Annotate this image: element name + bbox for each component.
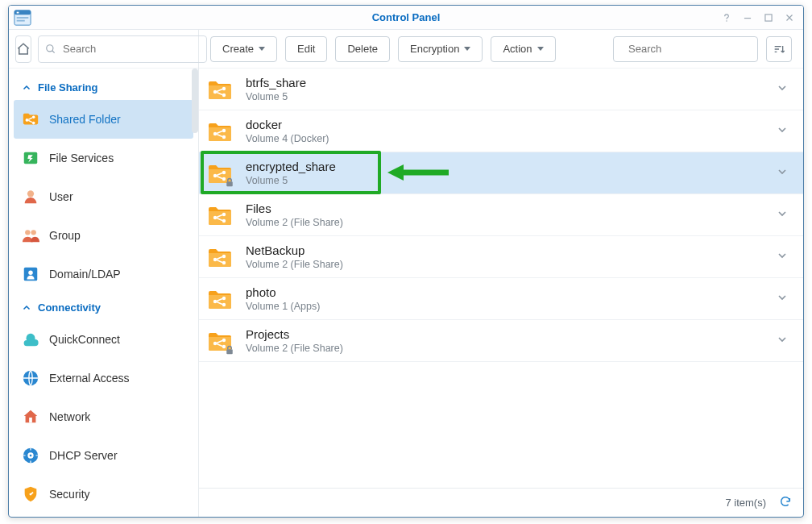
- help-button[interactable]: [716, 6, 737, 30]
- encryption-button[interactable]: Encryption: [398, 36, 483, 62]
- encryption-label: Encryption: [410, 43, 459, 55]
- sidebar-search-input[interactable]: [61, 42, 200, 56]
- shared-folder-list: btrfs_shareVolume 5dockerVolume 4 (Docke…: [199, 69, 803, 488]
- chevron-up-icon: [22, 83, 31, 93]
- svg-point-17: [28, 270, 33, 275]
- close-button[interactable]: [779, 6, 800, 30]
- sidebar-item-label: User: [49, 190, 73, 203]
- row-texts: dockerVolume 4 (Docker): [246, 118, 776, 144]
- sidebar-item-quickconnect[interactable]: QuickConnect: [9, 320, 198, 359]
- svg-rect-6: [744, 18, 751, 19]
- svg-point-33: [213, 215, 217, 218]
- svg-rect-3: [17, 17, 29, 19]
- expand-row-button[interactable]: [776, 249, 789, 264]
- action-button[interactable]: Action: [491, 36, 555, 62]
- svg-point-9: [26, 119, 29, 122]
- svg-point-41: [222, 302, 226, 306]
- sidebar-scrollbar[interactable]: [192, 69, 198, 133]
- delete-label: Delete: [347, 43, 378, 55]
- expand-row-button[interactable]: [776, 165, 789, 181]
- main-panel: Create Edit Delete Encryption Action btr…: [199, 30, 803, 517]
- expand-row-button[interactable]: [776, 207, 789, 222]
- svg-point-10: [32, 115, 35, 119]
- sort-button[interactable]: [766, 36, 792, 62]
- svg-point-15: [31, 230, 35, 235]
- svg-point-40: [222, 296, 226, 299]
- shared-folder-row[interactable]: FilesVolume 2 (File Share): [199, 194, 803, 236]
- section-connectivity[interactable]: Connectivity: [9, 293, 198, 320]
- svg-point-29: [213, 173, 217, 177]
- svg-point-23: [213, 89, 217, 93]
- svg-point-43: [222, 338, 226, 341]
- expand-row-button[interactable]: [776, 123, 789, 139]
- expand-row-button[interactable]: [776, 291, 789, 306]
- folder-share-icon: [207, 288, 233, 310]
- dhcp-server-icon: [22, 447, 39, 464]
- sidebar-item-domain-ldap[interactable]: Domain/LDAP: [9, 255, 198, 293]
- folder-share-icon: [207, 78, 233, 101]
- sidebar-item-network[interactable]: Network: [9, 397, 198, 436]
- sidebar-item-shared-folder[interactable]: Shared Folder: [14, 100, 193, 139]
- svg-point-42: [213, 341, 217, 344]
- svg-point-25: [222, 93, 226, 96]
- toolbar-search-input[interactable]: [627, 42, 765, 56]
- sidebar-nav: File Sharing Shared Folder File Services: [9, 69, 198, 517]
- sidebar-item-group[interactable]: Group: [9, 216, 198, 255]
- caret-down-icon: [537, 47, 544, 51]
- expand-row-button[interactable]: [776, 333, 789, 348]
- toolbar-search[interactable]: [613, 36, 758, 62]
- svg-point-38: [222, 260, 226, 264]
- sidebar-item-user[interactable]: User: [9, 177, 198, 216]
- svg-rect-19: [29, 418, 32, 422]
- shared-folder-row[interactable]: dockerVolume 4 (Docker): [199, 110, 803, 152]
- row-name: photo: [246, 285, 776, 299]
- svg-point-39: [213, 299, 217, 302]
- refresh-button[interactable]: [779, 495, 792, 510]
- sidebar-item-security[interactable]: Security: [9, 475, 198, 514]
- svg-point-36: [213, 257, 217, 260]
- maximize-button[interactable]: [758, 6, 779, 30]
- window-title: Control Panel: [372, 11, 441, 23]
- shared-folder-row[interactable]: encrypted_shareVolume 5: [199, 152, 803, 194]
- home-button[interactable]: [15, 35, 31, 63]
- svg-rect-2: [17, 12, 19, 14]
- svg-rect-7: [765, 15, 772, 21]
- refresh-icon: [779, 495, 792, 508]
- sidebar-item-file-services[interactable]: File Services: [9, 139, 198, 177]
- svg-point-22: [30, 455, 32, 457]
- shared-folder-row[interactable]: NetBackupVolume 2 (File Share): [199, 236, 803, 278]
- sidebar-search[interactable]: [38, 35, 207, 63]
- row-subtitle: Volume 5: [246, 91, 776, 102]
- domain-ldap-icon: [22, 265, 39, 283]
- shared-folder-row[interactable]: ProjectsVolume 2 (File Share): [199, 320, 803, 362]
- svg-point-5: [726, 20, 727, 22]
- row-subtitle: Volume 2 (File Share): [246, 343, 776, 354]
- row-name: btrfs_share: [246, 76, 776, 89]
- expand-row-button[interactable]: [776, 81, 789, 97]
- sidebar-item-external-access[interactable]: External Access: [9, 359, 198, 397]
- row-name: docker: [246, 118, 776, 131]
- minimize-button[interactable]: [737, 6, 758, 30]
- caret-down-icon: [464, 47, 470, 51]
- sidebar-item-label: Domain/LDAP: [49, 268, 121, 281]
- shared-folder-row[interactable]: btrfs_shareVolume 5: [199, 69, 803, 110]
- row-texts: NetBackupVolume 2 (File Share): [246, 243, 776, 270]
- row-subtitle: Volume 2 (File Share): [246, 259, 776, 270]
- sidebar-item-dhcp-server[interactable]: DHCP Server: [9, 436, 198, 475]
- section-file-sharing[interactable]: File Sharing: [9, 73, 198, 100]
- svg-point-34: [222, 212, 226, 215]
- file-services-icon: [22, 149, 39, 167]
- edit-button[interactable]: Edit: [285, 36, 327, 62]
- sort-icon: [773, 43, 785, 56]
- delete-button[interactable]: Delete: [335, 36, 390, 62]
- create-button[interactable]: Create: [210, 36, 277, 62]
- control-panel-window: Control Panel: [8, 5, 804, 518]
- row-texts: photoVolume 1 (Apps): [246, 285, 776, 312]
- shared-folder-row[interactable]: photoVolume 1 (Apps): [199, 278, 803, 320]
- svg-rect-32: [226, 181, 233, 186]
- svg-point-30: [222, 170, 226, 173]
- svg-point-35: [222, 218, 226, 222]
- row-subtitle: Volume 5: [246, 175, 776, 186]
- sidebar: File Sharing Shared Folder File Services: [9, 30, 199, 517]
- sidebar-item-label: External Access: [49, 372, 130, 385]
